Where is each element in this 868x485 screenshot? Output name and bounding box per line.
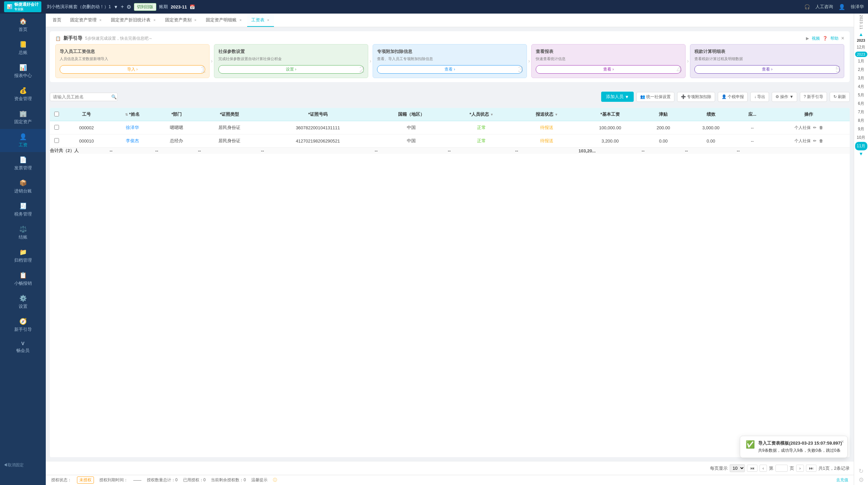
status-filter-icon[interactable]: ▼ [490, 113, 493, 116]
row-1-ops: 个人社保 ✏ 🗑 [768, 121, 850, 134]
search-icon[interactable]: 🔍 [111, 94, 117, 99]
row-2-id-number: 412702198206290521 [261, 134, 375, 148]
special-deduction-btn[interactable]: ➕ 专项附加扣除 [677, 92, 715, 102]
month-11[interactable]: 11月 [855, 142, 867, 150]
row-2-delete-icon[interactable]: 🗑 [819, 138, 823, 143]
step-2-btn[interactable]: 设置 › [218, 65, 364, 74]
sidebar-pin-toggle[interactable]: ◀取消固定 [0, 459, 46, 471]
sidebar-item-tax[interactable]: 🧾 税务管理 [0, 198, 46, 221]
sidebar-item-close[interactable]: ⚖️ 结账 [0, 221, 46, 244]
month-5[interactable]: 5月 [855, 91, 867, 99]
table-footer: 合计共（2）人 -- -- -- -- -- -- -- 103,20... [50, 148, 850, 154]
sidebar-item-expense[interactable]: 📋 小畅报销 [0, 267, 46, 291]
tab-category[interactable]: 固定资产类别 × [161, 14, 201, 27]
settings-calendar-icon[interactable]: ⚙ [859, 476, 864, 484]
operations-btn[interactable]: ⚙ 操作 ▼ [772, 92, 797, 102]
new-guide-btn[interactable]: ? 新手引导 [800, 92, 827, 102]
tab-detail-ledger[interactable]: 固定资产明细账 × [202, 14, 246, 27]
sidebar-item-inventory[interactable]: 📦 进销台账 [0, 175, 46, 198]
row-2-base-salary: 3,200.00 [578, 134, 642, 148]
tab-close-fixed-assets[interactable]: × [99, 18, 102, 22]
month-3[interactable]: 3月 [855, 74, 867, 82]
sidebar-item-reports[interactable]: 📊 报表中心 [0, 60, 46, 83]
step-1-btn[interactable]: 导入 › [60, 65, 205, 74]
tab-close-payroll[interactable]: × [267, 18, 270, 22]
month-2[interactable]: 2月 [855, 66, 867, 74]
row-1-check[interactable] [54, 125, 59, 130]
last-page-btn[interactable]: ⏭ [806, 465, 816, 472]
tax-icon: 🧾 [19, 202, 27, 210]
tab-fixed-assets[interactable]: 固定资产管理 × [66, 14, 106, 27]
sidebar-item-finance[interactable]: 💰 资金管理 [0, 83, 46, 106]
top-bar: 📊 畅捷通好会计 专业版 刘小艳演示账套（勿删勿动！）1 ▼ + ⚙ 切到旧版 … [0, 0, 868, 14]
month-9[interactable]: 9月 [855, 125, 867, 133]
ai-consult-label[interactable]: 人工咨询 [815, 4, 833, 10]
row-2-name-link[interactable]: 李俊杰 [126, 138, 139, 143]
sidebar-item-member[interactable]: V 畅会员 [0, 337, 46, 358]
settings-icon[interactable]: ⚙ [126, 4, 131, 10]
tab-home[interactable]: 首页 [48, 14, 65, 27]
month-4[interactable]: 4月 [855, 82, 867, 91]
sidebar-item-home[interactable]: 🏠 首页 [0, 14, 46, 37]
next-page-btn[interactable]: › [796, 465, 804, 472]
tab-close-detail-ledger[interactable]: × [239, 18, 242, 22]
search-input[interactable] [53, 94, 110, 99]
switch-version-btn[interactable]: 切到旧版 [134, 3, 156, 11]
sidebar-item-invoice[interactable]: 📄 发票管理 [0, 152, 46, 175]
scroll-down-icon[interactable]: ▼ [859, 150, 864, 157]
month-8[interactable]: 8月 [855, 116, 867, 125]
sidebar-item-payroll[interactable]: 👤 工资 [0, 129, 46, 152]
per-page-select[interactable]: 10 20 50 [730, 464, 745, 472]
row-2-edit-icon[interactable]: ✏ [813, 138, 816, 143]
add-icon[interactable]: + [121, 4, 124, 10]
sidebar-item-ledger[interactable]: 📒 总账 [0, 37, 46, 60]
toast-close-btn[interactable]: × [841, 439, 844, 444]
wizard-close-icon[interactable]: × [841, 35, 844, 41]
sidebar-item-fixed-assets[interactable]: 🏢 固定资产 [0, 106, 46, 129]
home-icon: 🏠 [19, 18, 27, 25]
auth-status: 未授权 [77, 477, 94, 484]
row-1-social-btn[interactable]: 个人社保 [794, 125, 811, 130]
row-1-name-link[interactable]: 徐泽华 [126, 125, 139, 130]
recharge-link[interactable]: 去充值 [836, 477, 848, 483]
prev-page-btn[interactable]: ‹ [760, 465, 767, 472]
month-6[interactable]: 6月 [855, 99, 867, 108]
video-link[interactable]: 视频 [812, 36, 820, 41]
export-btn[interactable]: ↓ 导出 [750, 92, 769, 102]
row-1-delete-icon[interactable]: 🗑 [819, 125, 823, 130]
month-12[interactable]: 12月 [855, 43, 867, 52]
row-1-edit-icon[interactable]: ✏ [813, 125, 816, 130]
refresh-calendar-icon[interactable]: ↻ [859, 467, 864, 475]
month-10[interactable]: 10月 [855, 133, 867, 142]
tax-declare-btn[interactable]: 👤 个税申报 [718, 92, 748, 102]
month-1[interactable]: 1月 [855, 57, 867, 66]
row-2-check[interactable] [54, 138, 59, 143]
current-page-input[interactable]: 1 [775, 465, 788, 472]
select-all-checkbox[interactable] [54, 112, 59, 116]
tab-payroll[interactable]: 工资表 × [247, 14, 274, 27]
month-7[interactable]: 7月 [855, 108, 867, 116]
operations-dropdown-icon: ▼ [789, 94, 793, 99]
tab-depreciation[interactable]: 固定资产折旧统计表 × [107, 14, 160, 27]
scroll-up-icon[interactable]: ▲ [859, 31, 864, 38]
sort-icon[interactable]: ⇅ [125, 113, 128, 116]
unified-social-security-btn[interactable]: 👥 统一社保设置 [636, 92, 674, 102]
add-employee-btn[interactable]: 添加人员 ▼ [601, 92, 634, 102]
sidebar-label-settings: 设置 [19, 303, 27, 310]
row-2-social-btn[interactable]: 个人社保 [794, 138, 811, 143]
first-page-btn[interactable]: ⏮ [747, 465, 757, 472]
report-filter-icon[interactable]: ▼ [555, 113, 558, 116]
help-link[interactable]: 帮助 [830, 36, 839, 41]
step-4-btn[interactable]: 查看 › [536, 65, 681, 74]
sidebar-item-guide[interactable]: 🧭 新手引导 [0, 314, 46, 337]
sidebar-item-archive[interactable]: 📁 归档管理 [0, 244, 46, 267]
sidebar-item-settings[interactable]: ⚙️ 设置 [0, 291, 46, 314]
step-5-desc: 查看税款计算过程及明细数据 [694, 56, 840, 62]
refresh-btn[interactable]: ↻ 刷新 [830, 92, 850, 102]
calendar-icon[interactable]: 📅 [190, 4, 195, 10]
account-dropdown-icon[interactable]: ▼ [114, 4, 118, 10]
tab-close-depreciation[interactable]: × [153, 18, 156, 22]
step-3-btn[interactable]: 查看 › [377, 65, 522, 74]
step-5-btn[interactable]: 查看 › [694, 65, 840, 74]
tab-close-category[interactable]: × [194, 18, 197, 22]
